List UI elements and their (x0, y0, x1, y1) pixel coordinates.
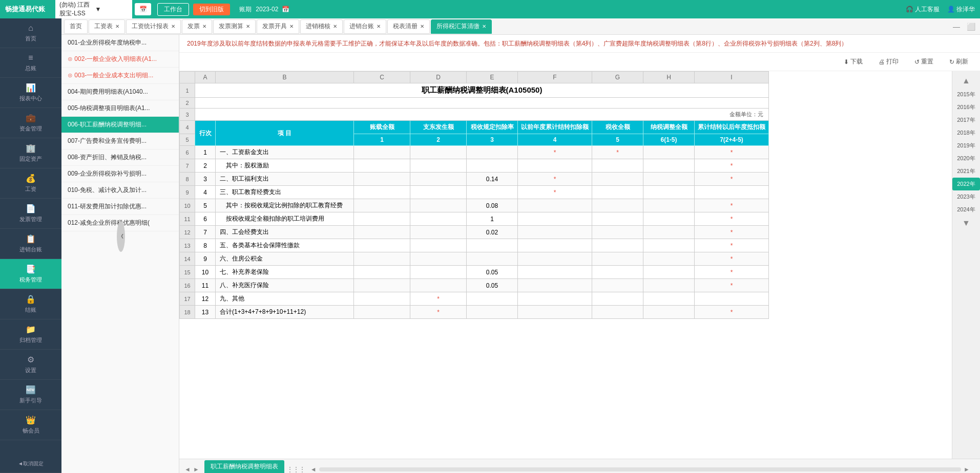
sidebar-item-close[interactable]: 🔒 结账 (0, 289, 61, 319)
sidebar-item-sales[interactable]: 📋 进销台账 (0, 229, 61, 259)
row-2-num: 2 (180, 98, 195, 109)
sidebar-item-invoice[interactable]: 📄 发票管理 (0, 199, 61, 229)
tab-payroll-stats[interactable]: 工资统计报表 ✕ (126, 19, 181, 34)
tab-payroll-stats-close[interactable]: ✕ (171, 24, 175, 29)
form-item-005[interactable]: 005-纳税调整项目明细表(A1... (61, 100, 179, 117)
year-nav-2018[interactable]: 2018年 (952, 126, 980, 139)
tab-income-tax[interactable]: 所得税汇算清缴 ✕ (431, 19, 492, 34)
year-nav-2015[interactable]: 2015年 (952, 88, 980, 101)
company-selector[interactable]: (勿动) 江西股宝-LSS ▼ (55, 0, 132, 19)
sidebar-item-fixed-asset[interactable]: 🏢 固定资产 (0, 138, 61, 168)
year-nav-2024[interactable]: 2024年 (952, 203, 980, 216)
table-row: 17 12 九、其他 * (180, 292, 769, 306)
calendar-icon[interactable]: 📅 (135, 3, 151, 15)
year-nav-2021[interactable]: 2021年 (952, 165, 980, 178)
scroll-left-icon[interactable]: ◄ (310, 466, 317, 473)
tab-invoice-close[interactable]: ✕ (202, 24, 206, 29)
year-nav-2019[interactable]: 2019年 (952, 139, 980, 152)
fixed-asset-icon: 🏢 (26, 143, 36, 153)
row-1-num: 1 (180, 83, 195, 98)
sheet-tab-main[interactable]: 职工薪酬纳税调整明细表 (204, 460, 284, 473)
reset-button[interactable]: ↺ 重置 (910, 56, 937, 68)
sidebar-item-ledger[interactable]: ≡ 总账 (0, 48, 61, 78)
form-item-004[interactable]: 004-期间费用明细表(A1040... (61, 84, 179, 100)
sidebar-item-report[interactable]: 📊 报表中心 (0, 78, 61, 108)
year-nav-2022[interactable]: 2022年 (952, 178, 980, 190)
panel-collapse-button[interactable]: 《 (117, 221, 125, 252)
sales-icon: 📋 (26, 234, 36, 244)
maximize-button[interactable]: ⬜ (965, 22, 977, 32)
period-calendar-icon[interactable]: 📅 (282, 6, 289, 13)
bottom-scrollbar-container: ◄ ► (310, 466, 970, 473)
sidebar-label-asset: 资金管理 (19, 125, 42, 133)
print-button[interactable]: 🖨 打印 (874, 56, 903, 68)
form-item-003[interactable]: 003-一般企业成本支出明细... (61, 68, 179, 84)
form-item-009[interactable]: 009-企业所得税弥补亏损明... (61, 166, 179, 182)
tab-payroll-close[interactable]: ✕ (115, 24, 119, 29)
tax-icon: 📑 (26, 264, 36, 274)
sidebar-item-settings[interactable]: ⚙ 设置 (0, 350, 61, 380)
sidebar-label-vip: 畅会员 (23, 427, 39, 435)
form-item-002[interactable]: 002-一般企业收入明细表(A1... (61, 51, 179, 68)
tab-income-tax-close[interactable]: ✕ (482, 24, 486, 29)
sidebar-item-tax[interactable]: 📑 税务管理 (0, 259, 61, 289)
page-content: 001-企业所得税年度纳税申... 002-一般企业收入明细表(A1... 00… (61, 35, 980, 473)
form-item-008[interactable]: 008-资产折旧、摊销及纳税... (61, 149, 179, 166)
tab-import-ledger[interactable]: 进销台账 ✕ (344, 19, 386, 34)
tab-invoice-calc-label: 发票测算 (219, 22, 243, 31)
scroll-right-icon[interactable]: ► (964, 466, 970, 473)
unpin-button[interactable]: ◄取消固定 (0, 455, 61, 473)
minimize-button[interactable]: — (951, 22, 962, 32)
tab-invoice[interactable]: 发票 ✕ (182, 19, 212, 34)
tab-payroll[interactable]: 工资表 ✕ (89, 19, 125, 34)
sidebar-label-archive: 归档管理 (19, 336, 42, 344)
support-link[interactable]: 🎧 人工客服 (906, 5, 940, 14)
sidebar-item-home[interactable]: ⌂ 首页 (0, 18, 61, 48)
form-list-panel: 001-企业所得税年度纳税申... 002-一般企业收入明细表(A1... 00… (61, 35, 179, 473)
refresh-button[interactable]: ↻ 刷新 (945, 56, 972, 68)
tab-invoice-open[interactable]: 发票开具 ✕ (257, 19, 299, 34)
year-nav-up[interactable]: ▲ (960, 74, 973, 88)
year-nav-2023[interactable]: 2023年 (952, 190, 980, 203)
download-button[interactable]: ⬇ 下载 (840, 56, 867, 68)
horizontal-scrollbar[interactable] (319, 467, 961, 471)
sidebar-item-asset-mgmt[interactable]: 💼 资金管理 (0, 108, 61, 138)
col-d-header: D (410, 72, 467, 83)
sheet-options-icon[interactable]: ⋮⋮⋮ (287, 466, 305, 473)
tab-tax-clear[interactable]: 税表清册 ✕ (387, 19, 430, 34)
workbench-button[interactable]: 工作台 (157, 3, 189, 16)
table-title: 职工薪酬纳税调整明细表(A105050) (195, 83, 769, 98)
year-nav-2020[interactable]: 2020年 (952, 152, 980, 165)
col-e-header: E (467, 72, 518, 83)
tab-invoice-calc-close[interactable]: ✕ (246, 24, 250, 29)
year-nav-2017[interactable]: 2017年 (952, 114, 980, 126)
user-menu[interactable]: 👤 徐泽华 (947, 5, 975, 14)
sidebar-item-guide[interactable]: 🆕 新手引导 (0, 380, 61, 410)
spreadsheet-main[interactable]: A B C D E F G H I (179, 71, 952, 459)
table-row: 14 9 六、住房公积金 * (180, 252, 769, 266)
tab-import-check[interactable]: 进销稽核 ✕ (300, 19, 343, 34)
form-item-006[interactable]: 006-职工薪酬纳税调整明细... (61, 117, 179, 133)
form-item-001[interactable]: 001-企业所得税年度纳税申... (61, 35, 179, 51)
tab-import-ledger-close[interactable]: ✕ (377, 24, 381, 29)
sidebar-label-close: 结账 (25, 306, 36, 314)
sidebar-item-archive[interactable]: 📁 归档管理 (0, 319, 61, 350)
tab-tax-clear-close[interactable]: ✕ (420, 24, 424, 29)
year-nav-2016[interactable]: 2016年 (952, 101, 980, 114)
sidebar-item-salary[interactable]: 💰 工资 (0, 168, 61, 199)
form-item-010[interactable]: 010-免税、减计收入及加计... (61, 182, 179, 199)
switch-version-button[interactable]: 切到旧版 (193, 4, 230, 15)
spreadsheet-container: A B C D E F G H I (179, 71, 980, 459)
tab-invoice-open-close[interactable]: ✕ (289, 24, 294, 29)
form-item-011[interactable]: 011-研发费用加计扣除优惠... (61, 199, 179, 215)
tab-import-check-close[interactable]: ✕ (333, 24, 337, 29)
sheet-nav-prev[interactable]: ◄ (184, 466, 191, 473)
tab-home[interactable]: 首页 (64, 19, 88, 34)
col4-header: 以前年度累计结转扣除额 (518, 121, 592, 134)
sidebar-label-home: 首页 (25, 35, 36, 42)
sheet-nav-next[interactable]: ► (193, 466, 199, 473)
form-item-007[interactable]: 007-广告费和业务宣传费明... (61, 133, 179, 149)
year-nav-down[interactable]: ▼ (960, 216, 973, 230)
tab-invoice-calc[interactable]: 发票测算 ✕ (213, 19, 256, 34)
sidebar-item-vip[interactable]: 👑 畅会员 (0, 410, 61, 440)
